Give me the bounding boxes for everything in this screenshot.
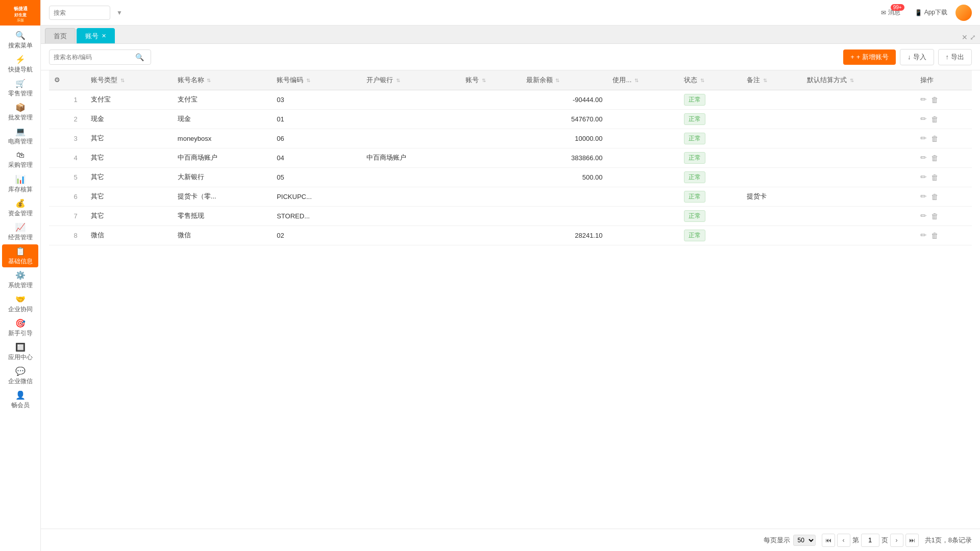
row-balance: 383866.00 bbox=[521, 148, 608, 167]
edit-icon[interactable]: ✏ bbox=[920, 134, 927, 143]
delete-icon[interactable]: 🗑 bbox=[931, 115, 939, 123]
add-account-button[interactable]: + + 新增账号 bbox=[843, 49, 896, 65]
row-remark bbox=[742, 167, 802, 187]
export-button[interactable]: ↑ 导出 bbox=[938, 49, 972, 65]
sidebar-item-sys-mgmt[interactable]: ⚙️ 系统管理 bbox=[2, 268, 38, 291]
th-account-label: 账号 bbox=[465, 76, 479, 84]
row-bank bbox=[361, 167, 460, 187]
search-input[interactable] bbox=[54, 54, 135, 61]
th-status[interactable]: 状态 ⇅ bbox=[679, 70, 742, 90]
edit-icon[interactable]: ✏ bbox=[920, 231, 927, 240]
th-balance[interactable]: 最新余额 ⇅ bbox=[521, 70, 608, 90]
edit-icon[interactable]: ✏ bbox=[920, 95, 927, 104]
row-settings bbox=[49, 90, 65, 109]
th-remark[interactable]: 备注 ⇅ bbox=[742, 70, 802, 90]
delete-icon[interactable]: 🗑 bbox=[931, 212, 939, 220]
sidebar-item-purchase-mgmt[interactable]: 🛍 采购管理 bbox=[2, 148, 38, 171]
sidebar-item-label: 新手引导 bbox=[8, 329, 33, 338]
sidebar-item-label: 搜索菜单 bbox=[8, 41, 33, 50]
messages-button[interactable]: ✉ 消息 99+ bbox=[881, 8, 900, 17]
delete-icon[interactable]: 🗑 bbox=[931, 95, 939, 104]
tab-home[interactable]: 首页 bbox=[45, 28, 76, 43]
top-header: ▼ ✉ 消息 99+ 📱 App下载 bbox=[41, 0, 980, 26]
row-actions: ✏ 🗑 bbox=[915, 90, 972, 109]
sort-icon: ⇅ bbox=[120, 78, 125, 83]
last-page-button[interactable]: ⏭ bbox=[905, 534, 919, 547]
svg-text:乐版: 乐版 bbox=[16, 18, 24, 22]
content-area: 🔍 + + 新增账号 ↓ 导入 ↑ 导出 bbox=[41, 44, 980, 551]
th-default-settlement[interactable]: 默认结算方式 ⇅ bbox=[802, 70, 915, 90]
row-code: 02 bbox=[272, 226, 361, 245]
pagination: ⏮ ‹ 第 页 › ⏭ 共1页，8条记录 bbox=[822, 534, 972, 547]
sidebar-item-member[interactable]: 👤 畅会员 bbox=[2, 388, 38, 411]
sidebar-item-wholesale-mgmt[interactable]: 📦 批发管理 bbox=[2, 101, 38, 123]
row-name: 提货卡（零... bbox=[173, 187, 272, 206]
sidebar-item-ops-mgmt[interactable]: 📈 经营管理 bbox=[2, 220, 38, 243]
tab-expand-icon[interactable]: ⤢ bbox=[970, 33, 976, 41]
delete-icon[interactable]: 🗑 bbox=[931, 134, 939, 143]
th-bank[interactable]: 开户银行 ⇅ bbox=[361, 70, 460, 90]
delete-icon[interactable]: 🗑 bbox=[931, 192, 939, 201]
edit-icon[interactable]: ✏ bbox=[920, 153, 927, 162]
sidebar-item-app-center[interactable]: 🔲 应用中心 bbox=[2, 340, 38, 363]
sidebar-item-label: 系统管理 bbox=[8, 281, 33, 290]
next-page-button[interactable]: › bbox=[890, 534, 903, 547]
user-avatar[interactable] bbox=[955, 5, 972, 21]
first-page-button[interactable]: ⏮ bbox=[822, 534, 835, 547]
edit-icon[interactable]: ✏ bbox=[920, 211, 927, 220]
tab-close-icon[interactable]: ✕ bbox=[102, 33, 106, 39]
th-code[interactable]: 账号编码 ⇅ bbox=[272, 70, 361, 90]
row-bank bbox=[361, 206, 460, 226]
edit-icon[interactable]: ✏ bbox=[920, 172, 927, 182]
sort-icon: ⇅ bbox=[634, 78, 639, 83]
row-bank bbox=[361, 90, 460, 109]
sidebar-item-beginner-guide[interactable]: 🎯 新手引导 bbox=[2, 316, 38, 339]
tab-bar: 首页 账号 ✕ ✕ ⤢ bbox=[41, 26, 980, 44]
row-type: 其它 bbox=[86, 206, 173, 226]
sidebar-item-basic-info[interactable]: 📋 基础信息 bbox=[2, 244, 38, 267]
row-code: PICKUPC... bbox=[272, 187, 361, 206]
delete-icon[interactable]: 🗑 bbox=[931, 173, 939, 182]
th-settings[interactable]: ⚙ bbox=[49, 70, 65, 90]
th-remark-label: 备注 bbox=[747, 76, 760, 84]
sidebar-item-ecommerce-mgmt[interactable]: 💻 电商管理 bbox=[2, 124, 38, 147]
page-input[interactable] bbox=[861, 534, 879, 547]
edit-icon[interactable]: ✏ bbox=[920, 114, 927, 123]
import-button[interactable]: ↓ 导入 bbox=[900, 49, 934, 65]
header-left: ▼ bbox=[49, 6, 122, 20]
per-page-select[interactable]: 50 bbox=[793, 535, 816, 546]
delete-icon[interactable]: 🗑 bbox=[931, 154, 939, 162]
row-status: 正常 bbox=[679, 109, 742, 129]
app-download-button[interactable]: 📱 App下载 bbox=[915, 8, 947, 17]
sidebar-item-fund-mgmt[interactable]: 💰 资金管理 bbox=[2, 196, 38, 219]
tab-close-all-icon[interactable]: ✕ bbox=[962, 33, 968, 41]
sidebar-item-inventory[interactable]: 📊 库存核算 bbox=[2, 172, 38, 195]
search-icon[interactable]: 🔍 bbox=[135, 53, 144, 61]
th-usage[interactable]: 使用... ⇅ bbox=[607, 70, 679, 90]
row-remark bbox=[742, 206, 802, 226]
dropdown-arrow-icon[interactable]: ▼ bbox=[116, 9, 122, 16]
th-type[interactable]: 账号类型 ⇅ bbox=[86, 70, 173, 90]
row-bank bbox=[361, 226, 460, 245]
row-actions: ✏ 🗑 bbox=[915, 226, 972, 245]
sidebar-item-enterprise-wechat[interactable]: 💬 企业微信 bbox=[2, 364, 38, 387]
sidebar-item-search-menu[interactable]: 🔍 搜索菜单 bbox=[2, 29, 38, 52]
sort-icon: ⇅ bbox=[396, 78, 400, 83]
th-account[interactable]: 账号 ⇅ bbox=[460, 70, 521, 90]
sidebar-item-retail-mgmt[interactable]: 🛒 零售管理 bbox=[2, 77, 38, 99]
row-index: 8 bbox=[65, 226, 86, 245]
sidebar-item-label: 应用中心 bbox=[8, 353, 33, 362]
delete-icon[interactable]: 🗑 bbox=[931, 231, 939, 240]
sidebar-item-enterprise-agreement[interactable]: 🤝 企业协同 bbox=[2, 292, 38, 315]
edit-icon[interactable]: ✏ bbox=[920, 192, 927, 201]
row-index: 7 bbox=[65, 206, 86, 226]
th-name[interactable]: 账号名称 ⇅ bbox=[173, 70, 272, 90]
top-search-input[interactable] bbox=[49, 6, 110, 20]
row-balance: 500.00 bbox=[521, 167, 608, 187]
action-icons: ✏ 🗑 bbox=[920, 211, 967, 220]
sidebar-item-quick-nav[interactable]: ⚡ 快捷导航 bbox=[2, 53, 38, 76]
prev-page-button[interactable]: ‹ bbox=[837, 534, 850, 547]
tab-accounts[interactable]: 账号 ✕ bbox=[77, 28, 115, 43]
quick-nav-icon: ⚡ bbox=[15, 55, 26, 64]
settings-gear-icon[interactable]: ⚙ bbox=[54, 76, 60, 84]
